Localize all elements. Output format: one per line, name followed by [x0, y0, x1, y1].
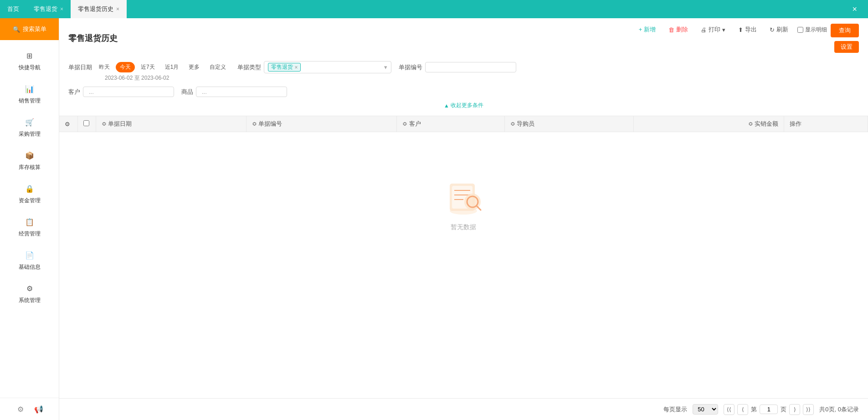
sidebar-icon-system-mgmt: ⚙ [23, 282, 36, 295]
print-dropdown-icon: ▾ [722, 26, 725, 33]
sidebar-label-operations-mgmt: 经营管理 [19, 230, 41, 238]
export-button[interactable]: ⬆ 导出 [734, 24, 760, 36]
tab-label-retail-return: 零售退货 [34, 5, 57, 13]
tab-label-home: 首页 [7, 5, 19, 13]
show-detail-input[interactable] [797, 27, 803, 33]
doc-number-input[interactable] [425, 62, 516, 72]
date-btn-custom[interactable]: 自定义 [205, 62, 230, 72]
th-doc-date[interactable]: ≎ 单据日期 [96, 116, 246, 132]
delete-button[interactable]: 🗑 删除 [665, 24, 692, 36]
tab-bar: 首页零售退货×零售退货历史× [0, 0, 127, 18]
sidebar-item-sales-mgmt[interactable]: 📊 销售管理 [0, 77, 59, 110]
window-close-btn[interactable]: × [848, 3, 861, 16]
sidebar-item-inventory[interactable]: 📦 库存核算 [0, 143, 59, 177]
sidebar-audio-btn[interactable]: 📢 [31, 402, 46, 416]
doc-number-label: 单据编号 [399, 63, 422, 72]
customer-input[interactable]: ... [83, 87, 174, 97]
doc-type-label: 单据类型 [237, 63, 261, 72]
date-btn-last1month[interactable]: 近1月 [161, 62, 183, 72]
sidebar-label-purchase-mgmt: 采购管理 [19, 130, 41, 138]
sidebar-icon-basic-info: 📄 [23, 249, 36, 261]
empty-row: 暂无数据 [59, 132, 868, 272]
refresh-icon: ↻ [770, 26, 775, 33]
sidebar-label-system-mgmt: 系统管理 [19, 297, 41, 304]
sidebar-label-sales-mgmt: 销售管理 [19, 97, 41, 105]
th-customer[interactable]: ≎ 客户 [396, 116, 504, 132]
top-bar-right: × [848, 3, 868, 16]
filter-row-1: 单据日期 昨天今天近7天近1月更多自定义 单据类型 零售退货 × ▾ [68, 58, 859, 76]
print-icon: 🖨 [701, 26, 707, 33]
data-table: ⚙ ≎ 单据日期 ≎ 单据编号 ≎ 客户 [59, 116, 868, 271]
sidebar-label-inventory: 库存核算 [19, 164, 41, 171]
goods-filter: 商品 ... [181, 87, 287, 97]
tab-home[interactable]: 首页 [0, 0, 26, 18]
tab-retail-return[interactable]: 零售退货× [26, 0, 71, 18]
refresh-button[interactable]: ↻ 刷新 [766, 24, 792, 36]
filter-area: 单据日期 昨天今天近7天近1月更多自定义 单据类型 零售退货 × ▾ [68, 58, 859, 116]
setting-button[interactable]: 设置 [834, 41, 859, 53]
sidebar-label-quick-nav: 快捷导航 [19, 64, 41, 72]
doc-number-filter: 单据编号 [399, 62, 516, 72]
sidebar-item-operations-mgmt[interactable]: 📋 经营管理 [0, 210, 59, 243]
date-range-display: 2023-06-02 至 2023-06-02 [68, 74, 859, 82]
sidebar-item-finance-mgmt[interactable]: 🔒 资金管理 [0, 177, 59, 210]
last-page-btn[interactable]: ⟩⟩ [803, 404, 814, 415]
top-bar: 首页零售退货×零售退货历史× × [0, 0, 868, 18]
tab-label-retail-return-history: 零售退货历史 [78, 5, 113, 13]
sidebar-item-system-mgmt[interactable]: ⚙ 系统管理 [0, 277, 59, 310]
sidebar-icon-purchase-mgmt: 🛒 [23, 116, 36, 128]
select-all-checkbox[interactable] [83, 120, 89, 126]
total-text: 共0页, 0条记录 [819, 405, 859, 414]
doc-type-filter: 单据类型 零售退货 × ▾ [237, 61, 391, 73]
collapse-button[interactable]: ▲ 收起更多条件 [444, 102, 483, 109]
print-button[interactable]: 🖨 打印 ▾ [697, 24, 729, 36]
content-area: 零售退货历史 + 新增 🗑 删除 🖨 打印 ▾ [59, 18, 868, 420]
date-label: 单据日期 [68, 63, 92, 72]
show-detail-checkbox[interactable]: 显示明细 [797, 26, 827, 34]
doc-type-select[interactable]: 零售退货 × ▾ [264, 61, 391, 73]
sidebar-icon-finance-mgmt: 🔒 [23, 182, 36, 195]
search-icon: 🔍 [13, 26, 20, 33]
sidebar-item-quick-nav[interactable]: ⊞ 快捷导航 [0, 44, 59, 77]
new-button[interactable]: + 新增 [635, 24, 659, 36]
query-button[interactable]: 查询 [831, 24, 859, 37]
sidebar-item-basic-info[interactable]: 📄 基础信息 [0, 243, 59, 277]
first-page-btn[interactable]: ⟨⟨ [724, 404, 734, 415]
goods-input[interactable]: ... [196, 87, 287, 97]
delete-icon: 🗑 [668, 26, 674, 33]
per-page-select[interactable]: 102050100 [693, 404, 718, 415]
tab-close-retail-return-history[interactable]: × [116, 6, 119, 12]
date-btn-yesterday[interactable]: 昨天 [95, 62, 114, 72]
customer-filter: 客户 ... [68, 87, 174, 97]
next-page-btn[interactable]: ⟩ [789, 404, 800, 415]
sidebar-search-btn[interactable]: 🔍 搜索菜单 [0, 18, 59, 40]
date-btn-today[interactable]: 今天 [116, 62, 135, 72]
th-guide[interactable]: ≎ 导购员 [504, 116, 633, 132]
th-doc-number[interactable]: ≎ 单据编号 [246, 116, 396, 132]
date-btn-last7[interactable]: 近7天 [137, 62, 159, 72]
th-amount[interactable]: ≎ 实销金额 [633, 116, 784, 132]
doc-type-tag-close[interactable]: × [294, 64, 298, 71]
date-btn-group: 昨天今天近7天近1月更多自定义 [95, 62, 230, 72]
th-checkbox[interactable] [77, 116, 96, 132]
sidebar-icon-inventory: 📦 [23, 149, 36, 162]
sidebar-icon-sales-mgmt: 📊 [23, 82, 36, 95]
goods-label: 商品 [181, 88, 193, 96]
collapse-icon: ▲ [444, 102, 449, 109]
pagination-nav: ⟨⟨ ⟨ 第 1 页 ⟩ ⟩⟩ [724, 404, 814, 415]
sidebar-bottom: ⚙ 📢 [0, 398, 59, 420]
tab-retail-return-history[interactable]: 零售退货历史× [71, 0, 127, 18]
page-input[interactable]: 1 [760, 405, 778, 414]
sidebar-item-purchase-mgmt[interactable]: 🛒 采购管理 [0, 110, 59, 143]
empty-text: 暂无数据 [451, 223, 476, 231]
filter-row-2: 客户 ... 商品 ... [68, 84, 859, 100]
collapse-row: ▲ 收起更多条件 [68, 100, 859, 112]
sidebar-settings-btn[interactable]: ⚙ [13, 402, 28, 416]
tab-close-retail-return[interactable]: × [60, 6, 63, 12]
main-layout: 🔍 搜索菜单 ⊞ 快捷导航 📊 销售管理 🛒 采购管理 📦 库存核算 🔒 资金管… [0, 18, 868, 420]
date-btn-more[interactable]: 更多 [185, 62, 204, 72]
empty-state: 暂无数据 [65, 136, 863, 268]
th-setting[interactable]: ⚙ [59, 116, 77, 132]
prev-page-btn[interactable]: ⟨ [737, 404, 748, 415]
sidebar: 🔍 搜索菜单 ⊞ 快捷导航 📊 销售管理 🛒 采购管理 📦 库存核算 🔒 资金管… [0, 18, 59, 420]
